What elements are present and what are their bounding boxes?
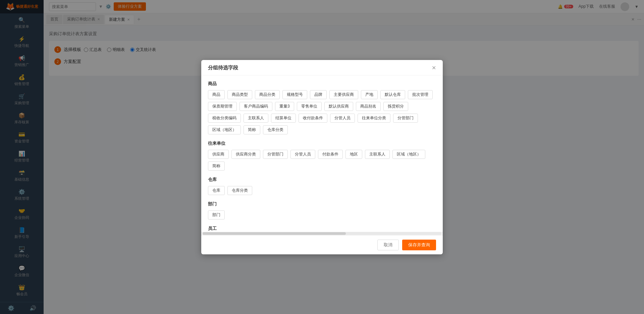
modal-header: 分组待选字段 ✕ — [201, 60, 443, 75]
section-product: 商品商品商品类型商品分类规格型号品牌主要供应商产地默认仓库批次管理保质期管理客户… — [208, 81, 436, 81]
modal-title: 分组待选字段 — [208, 65, 238, 71]
modal-body[interactable]: 商品商品商品类型商品分类规格型号品牌主要供应商产地默认仓库批次管理保质期管理客户… — [201, 75, 443, 81]
modal-close-button[interactable]: ✕ — [432, 65, 436, 71]
section-title-product: 商品 — [208, 81, 436, 81]
modal-overlay: 分组待选字段 ✕ 商品商品商品类型商品分类规格型号品牌主要供应商产地默认仓库批次… — [0, 0, 644, 81]
field-select-modal: 分组待选字段 ✕ 商品商品商品类型商品分类规格型号品牌主要供应商产地默认仓库批次… — [201, 60, 443, 81]
